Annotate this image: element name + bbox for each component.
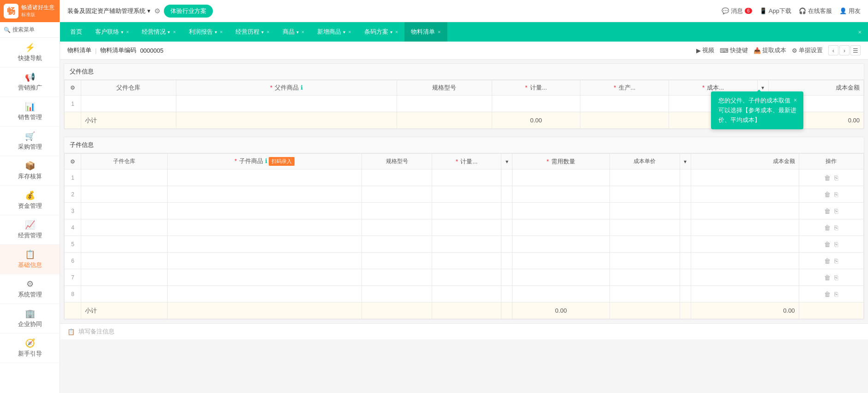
parent-col-settings[interactable]: ⚙ [65, 80, 81, 96]
child-cell-spec[interactable] [362, 203, 432, 219]
sidebar-item-inventory[interactable]: 📦 库存核算 [0, 156, 60, 186]
child-cell-cost-amount[interactable] [691, 186, 799, 203]
child-cell-goods[interactable] [168, 219, 362, 236]
delete-icon[interactable]: 🗑 [824, 290, 831, 298]
app-download-btn[interactable]: 📱 App下载 [760, 7, 791, 15]
child-cell-warehouse[interactable] [81, 203, 168, 219]
child-cell-qty[interactable] [512, 186, 609, 203]
child-cell-qty[interactable] [512, 219, 609, 236]
child-cell-unit-cost[interactable] [609, 236, 680, 253]
child-cell-cost-amount[interactable] [691, 253, 799, 269]
child-cell-goods[interactable] [168, 203, 362, 219]
sidebar-item-operation[interactable]: 📈 经营管理 [0, 215, 60, 245]
child-cell-cost-amount[interactable] [691, 286, 799, 302]
child-cell-spec[interactable] [362, 286, 432, 302]
parent-cell-warehouse[interactable] [81, 96, 176, 112]
child-cell-qty[interactable] [512, 286, 609, 302]
child-cell-unit-cost[interactable] [609, 186, 680, 203]
child-cell-unit-cost[interactable] [609, 286, 680, 302]
tab-op-history[interactable]: 经营历程 ▾ × [229, 22, 276, 42]
child-cell-goods[interactable] [168, 169, 362, 186]
child-cell-qty[interactable] [512, 253, 609, 269]
child-cell-cost-amount[interactable] [691, 236, 799, 253]
sidebar-search[interactable]: 🔍 搜索菜单 [0, 22, 60, 38]
child-cell-spec[interactable] [362, 186, 432, 203]
tab-goods[interactable]: 商品 ▾ × [276, 22, 311, 42]
child-cell-spec[interactable] [362, 253, 432, 269]
child-cell-qty[interactable] [512, 169, 609, 186]
tab-bom[interactable]: 物料清单 × [404, 22, 447, 42]
tab-profit-report[interactable]: 利润报告 ▾ × [182, 22, 229, 42]
delete-icon[interactable]: 🗑 [824, 257, 831, 265]
user-btn[interactable]: 👤 用友 [839, 7, 861, 15]
tab-customer-close[interactable]: × [126, 29, 129, 35]
sidebar-item-guide[interactable]: 🧭 新手引导 [0, 333, 60, 363]
tab-customer[interactable]: 客户联络 ▾ × [89, 22, 135, 42]
child-cell-unit[interactable] [432, 203, 501, 219]
child-cell-warehouse[interactable] [81, 186, 168, 203]
tab-profit-close[interactable]: × [220, 29, 223, 35]
child-cell-goods[interactable] [168, 286, 362, 302]
tab-bom-close[interactable]: × [438, 29, 440, 35]
sidebar-item-enterprise[interactable]: 🏢 企业协同 [0, 304, 60, 333]
next-page-btn[interactable]: › [839, 45, 850, 55]
child-cell-goods[interactable] [168, 236, 362, 253]
copy-icon[interactable]: ⎘ [834, 290, 838, 298]
child-cell-goods[interactable] [168, 269, 362, 286]
menu-btn[interactable]: ☰ [850, 45, 861, 55]
child-cell-spec[interactable] [362, 236, 432, 253]
view-btn[interactable]: ▶ 视频 [696, 46, 714, 54]
copy-icon[interactable]: ⎘ [834, 191, 838, 198]
child-cell-warehouse[interactable] [81, 169, 168, 186]
child-cell-cost-amount[interactable] [691, 169, 799, 186]
delete-icon[interactable]: 🗑 [824, 241, 831, 248]
child-cell-unit[interactable] [432, 219, 501, 236]
child-cell-warehouse[interactable] [81, 269, 168, 286]
child-cell-unit-cost[interactable] [609, 203, 680, 219]
online-service-btn[interactable]: 🎧 在线客服 [799, 7, 832, 15]
tab-barcode[interactable]: 条码方案 ▾ × [358, 22, 404, 42]
copy-icon[interactable]: ⎘ [834, 241, 838, 248]
child-cell-qty[interactable] [512, 203, 609, 219]
child-cell-unit[interactable] [432, 269, 501, 286]
child-cell-cost-amount[interactable] [691, 203, 799, 219]
delete-icon[interactable]: 🗑 [824, 207, 831, 215]
copy-icon[interactable]: ⎘ [834, 257, 838, 265]
child-cell-unit-cost[interactable] [609, 219, 680, 236]
delete-icon[interactable]: 🗑 [824, 274, 831, 281]
child-cell-warehouse[interactable] [81, 219, 168, 236]
delete-icon[interactable]: 🗑 [824, 224, 831, 231]
child-cell-cost-amount[interactable] [691, 269, 799, 286]
tab-op-history-close[interactable]: × [266, 29, 269, 35]
child-cell-unit-cost[interactable] [609, 169, 680, 186]
parent-cell-production[interactable] [580, 96, 669, 112]
child-cell-unit[interactable] [432, 186, 501, 203]
child-cell-spec[interactable] [362, 169, 432, 186]
copy-icon[interactable]: ⎘ [834, 274, 838, 281]
message-btn[interactable]: 💬 消息 6 [722, 7, 752, 15]
copy-icon[interactable]: ⎘ [834, 174, 838, 181]
parent-cell-goods[interactable] [176, 96, 397, 112]
shortcut-btn[interactable]: ⌨ 快捷键 [720, 46, 748, 54]
child-cell-warehouse[interactable] [81, 236, 168, 253]
single-settings-btn[interactable]: ⚙ 单据设置 [792, 46, 823, 54]
sidebar-item-purchase[interactable]: 🛒 采购管理 [0, 127, 60, 156]
child-cell-qty[interactable] [512, 236, 609, 253]
tab-new-goods-close[interactable]: × [348, 29, 351, 35]
parent-cell-spec[interactable] [397, 96, 492, 112]
extract-cost-btn[interactable]: 📥 提取成本 [753, 46, 786, 54]
delete-icon[interactable]: 🗑 [824, 174, 831, 181]
prev-page-btn[interactable]: ‹ [828, 45, 838, 55]
experience-btn[interactable]: 体验行业方案 [164, 5, 213, 18]
child-cell-warehouse[interactable] [81, 286, 168, 302]
child-cell-goods[interactable] [168, 186, 362, 203]
child-cell-unit[interactable] [432, 286, 501, 302]
tab-barcode-close[interactable]: × [395, 29, 398, 35]
delete-icon[interactable]: 🗑 [824, 191, 831, 198]
tooltip-close-btn[interactable]: × [794, 96, 797, 105]
tab-new-goods[interactable]: 新增商品 ▾ × [311, 22, 357, 42]
child-cell-unit-cost[interactable] [609, 253, 680, 269]
child-cell-goods[interactable] [168, 253, 362, 269]
child-cell-warehouse[interactable] [81, 253, 168, 269]
tab-home[interactable]: 首页 [64, 22, 89, 42]
